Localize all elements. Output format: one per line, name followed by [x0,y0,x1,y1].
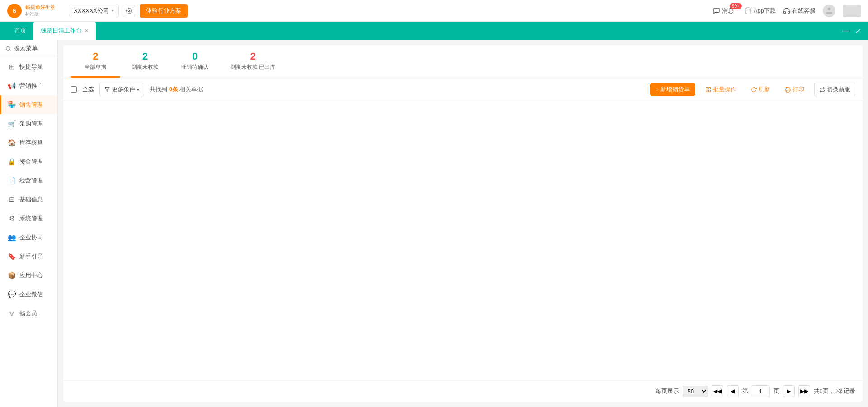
page-size-select[interactable]: 50 100 200 [683,386,708,397]
message-button[interactable]: 消息 99+ [713,7,737,15]
table-area [63,101,863,380]
last-page-button[interactable]: ▶▶ [798,385,810,397]
stat-label-overdue: 到期未收款 [132,63,159,71]
batch-operation-button[interactable]: 批量操作 [701,83,741,96]
page-number-input[interactable] [752,385,770,397]
svg-rect-8 [709,87,711,89]
online-service-label: 在线客服 [792,7,816,15]
first-page-button[interactable]: ◀◀ [712,385,723,397]
stat-num-wangpu: 0 [192,51,198,62]
sidebar-item-quick-nav[interactable]: ⊞ 快捷导航 [0,57,57,76]
switch-icon [819,87,825,93]
tab-work-bench[interactable]: 钱货日清工作台 ✕ [33,22,96,40]
sidebar-search-label: 搜索菜单 [14,44,38,52]
filter-icon [104,87,110,92]
sidebar-item-label: 库存核算 [19,139,43,147]
sidebar-item-member[interactable]: V 畅会员 [0,304,57,323]
batch-icon [705,87,711,93]
sidebar-item-operations[interactable]: 📄 经营管理 [0,171,57,190]
refresh-button[interactable]: 刷新 [746,83,775,96]
avatar[interactable] [823,5,835,17]
company-name: XXXXXX公司 [74,7,109,15]
svg-rect-1 [746,8,750,14]
company-selector[interactable]: XXXXXX公司 ▾ [69,5,119,17]
main-layout: 搜索菜单 ⊞ 快捷导航 📢 营销推广 🏪 销售管理 🛒 采购管理 🏠 库存核算 … [0,40,868,407]
stat-tab-overdue-shipped[interactable]: 2 到期未收款 已出库 [220,45,286,78]
prev-page-button[interactable]: ◀ [727,385,739,397]
settings-button[interactable] [123,5,135,17]
tab-bar-actions: — ⤢ [842,27,861,35]
sales-icon: 🏪 [8,101,16,109]
stat-tab-overdue[interactable]: 2 到期未收款 [120,45,170,78]
tab-minimize-icon[interactable]: — [842,27,849,35]
tab-maximize-icon[interactable]: ⤢ [855,27,861,35]
add-sales-order-button[interactable]: + 新增销货单 [650,83,695,96]
finance-icon: 🔒 [8,158,16,166]
filter-label: 更多条件 [112,85,135,94]
trial-button[interactable]: 体验行业方案 [140,4,188,18]
member-icon: V [8,310,16,318]
sidebar-item-sales[interactable]: 🏪 销售管理 [0,95,57,114]
sidebar-item-basic-info[interactable]: ⊟ 基础信息 [0,190,57,209]
svg-rect-11 [786,90,789,92]
svg-rect-9 [709,90,711,92]
sidebar-item-enterprise[interactable]: 👥 企业协同 [0,228,57,247]
content-body: 2 全部单据 2 到期未收款 0 旺铺待确认 2 到期未收款 已出库 [63,45,863,402]
next-page-button[interactable]: ▶ [783,385,795,397]
sidebar-item-app-center[interactable]: 📦 应用中心 [0,266,57,285]
svg-rect-10 [706,90,708,92]
sidebar-item-guide[interactable]: 🔖 新手引导 [0,247,57,266]
switch-version-button[interactable]: 切换新版 [814,83,855,96]
sidebar-item-purchase[interactable]: 🛒 采购管理 [0,114,57,133]
stat-label-wangpu: 旺铺待确认 [181,63,208,71]
found-text: 共找到 0条 相关单据 [150,85,203,94]
gear-icon [126,8,132,14]
sidebar-item-system[interactable]: ⚙ 系统管理 [0,209,57,228]
sidebar-item-finance[interactable]: 🔒 资金管理 [0,152,57,171]
tab-home-label: 首页 [14,27,26,35]
sidebar-item-marketing[interactable]: 📢 营销推广 [0,76,57,95]
sidebar-item-label: 营销推广 [19,82,43,90]
page-unit: 页 [774,387,779,395]
select-all-checkbox[interactable] [71,86,77,93]
toolbar-right: + 新增销货单 批量操作 刷新 [650,83,855,96]
print-icon [785,87,791,93]
system-icon: ⚙ [8,215,16,223]
sidebar-item-label: 企业协同 [19,234,43,242]
svg-rect-7 [706,87,708,89]
sidebar-item-label: 资金管理 [19,158,43,166]
refresh-label: 刷新 [759,85,770,94]
online-service-button[interactable]: 在线客服 [783,7,816,15]
sidebar-item-label: 企业微信 [19,290,43,299]
app-center-icon: 📦 [8,271,16,280]
toolbar: 全选 更多条件 ▾ 共找到 0条 相关单据 + 新增销货单 [63,78,863,101]
svg-point-0 [128,10,130,12]
print-button[interactable]: 打印 [780,83,809,96]
pagination: 每页显示 50 100 200 ◀◀ ◀ 第 页 ▶ ▶▶ 共0页，0条记录 [63,380,863,402]
tab-close-icon[interactable]: ✕ [85,28,89,34]
sidebar: 搜索菜单 ⊞ 快捷导航 📢 营销推广 🏪 销售管理 🛒 采购管理 🏠 库存核算 … [0,40,58,407]
batch-label: 批量操作 [713,85,736,94]
tab-home[interactable]: 首页 [7,22,33,40]
basic-info-icon: ⊟ [8,196,16,204]
stat-num-overdue: 2 [142,51,148,62]
sidebar-item-label: 快捷导航 [19,63,43,71]
phone-icon [745,7,752,14]
tab-work-bench-label: 钱货日清工作台 [41,27,82,35]
sidebar-item-label: 销售管理 [19,101,43,109]
sidebar-search[interactable]: 搜索菜单 [0,40,57,57]
sidebar-item-wechat[interactable]: 💬 企业微信 [0,285,57,304]
stat-tab-wangpu[interactable]: 0 旺铺待确认 [170,45,220,78]
tab-bar: 首页 钱货日清工作台 ✕ — ⤢ [0,22,868,40]
enterprise-icon: 👥 [8,234,16,242]
stat-tab-all[interactable]: 2 全部单据 [71,45,120,78]
svg-point-4 [6,46,10,50]
operations-icon: 📄 [8,177,16,185]
app-download-button[interactable]: App下载 [745,7,776,15]
marketing-icon: 📢 [8,82,16,90]
stats-tabs: 2 全部单据 2 到期未收款 0 旺铺待确认 2 到期未收款 已出库 [63,45,863,78]
sidebar-item-inventory[interactable]: 🏠 库存核算 [0,133,57,152]
filter-button[interactable]: 更多条件 ▾ [99,83,144,96]
search-icon [5,46,11,51]
main-content: 2 全部单据 2 到期未收款 0 旺铺待确认 2 到期未收款 已出库 [58,40,868,407]
